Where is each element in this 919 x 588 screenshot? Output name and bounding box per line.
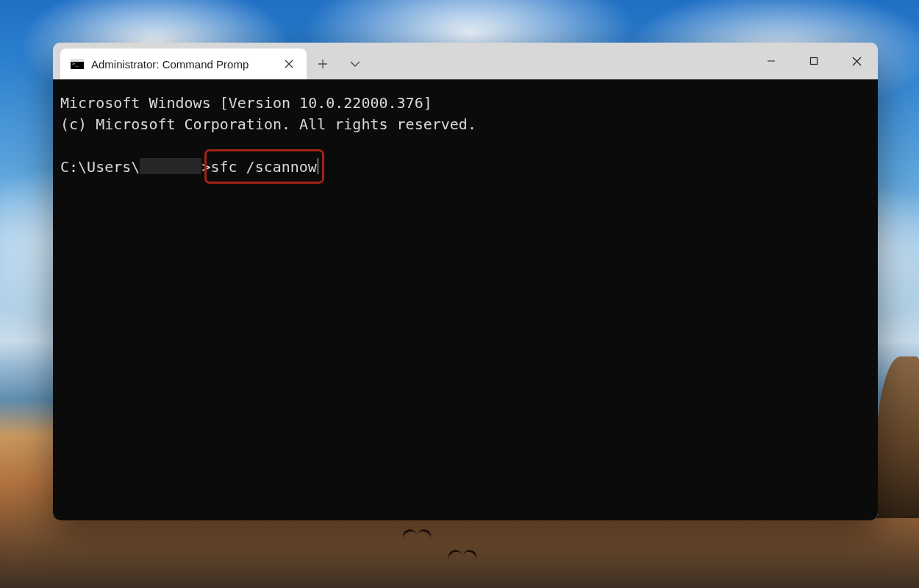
svg-rect-5 bbox=[811, 58, 818, 65]
close-icon bbox=[285, 60, 293, 68]
blank-line bbox=[60, 135, 870, 157]
text-cursor bbox=[318, 158, 319, 174]
close-window-button[interactable] bbox=[835, 43, 878, 79]
close-icon bbox=[852, 57, 862, 66]
plus-icon bbox=[318, 59, 328, 69]
maximize-icon bbox=[809, 57, 818, 65]
redacted-username bbox=[140, 158, 201, 174]
chevron-down-icon bbox=[350, 61, 360, 68]
wallpaper-bird bbox=[403, 529, 431, 542]
new-tab-button[interactable] bbox=[307, 49, 339, 79]
copyright-line: (c) Microsoft Corporation. All rights re… bbox=[60, 114, 870, 135]
terminal-window: Administrator: Command Promp bbox=[53, 43, 878, 520]
terminal-body[interactable]: Microsoft Windows [Version 10.0.22000.37… bbox=[53, 79, 878, 520]
window-controls bbox=[750, 43, 878, 79]
version-line: Microsoft Windows [Version 10.0.22000.37… bbox=[60, 93, 870, 114]
prompt-suffix: > bbox=[201, 158, 210, 176]
minimize-icon bbox=[767, 57, 776, 65]
wallpaper-bird bbox=[448, 550, 476, 563]
tab-dropdown-button[interactable] bbox=[339, 49, 371, 79]
titlebar[interactable]: Administrator: Command Promp bbox=[53, 43, 878, 79]
tab-close-button[interactable] bbox=[279, 54, 299, 74]
tab-title: Administrator: Command Promp bbox=[91, 58, 271, 71]
minimize-button[interactable] bbox=[750, 43, 793, 79]
tab-command-prompt[interactable]: Administrator: Command Promp bbox=[60, 49, 307, 79]
prompt-line: C:\Users\>sfc /scannow bbox=[60, 157, 870, 178]
cmd-icon bbox=[71, 59, 84, 69]
command-highlight: sfc /scannow bbox=[210, 157, 317, 178]
prompt-prefix: C:\Users\ bbox=[60, 158, 140, 176]
typed-command: sfc /scannow bbox=[210, 158, 317, 176]
desktop-wallpaper: Administrator: Command Promp bbox=[0, 0, 919, 588]
maximize-button[interactable] bbox=[793, 43, 835, 79]
wallpaper-rock bbox=[875, 356, 919, 518]
